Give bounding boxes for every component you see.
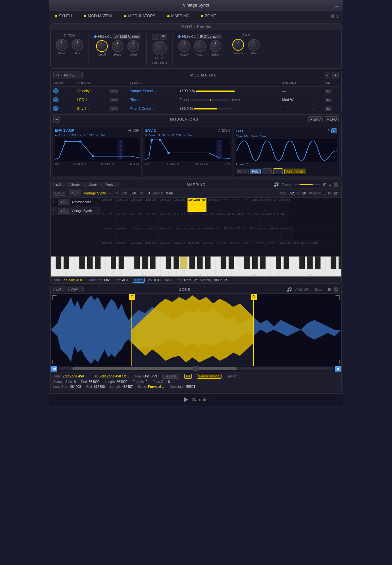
zone-395[interactable]: Zone 395 [246,212,260,226]
pan-knob[interactable] [248,39,260,51]
row2-power-btn[interactable] [53,97,58,102]
settings-button[interactable]: ⚙ ∨ [330,13,339,19]
group-m-btn[interactable]: M [69,190,75,196]
lfo1-mono-btn[interactable]: Mono [236,169,249,174]
zone-b3[interactable]: Zon e... [236,212,246,226]
close-playhead-btn[interactable]: ✕ [193,366,199,371]
zone-436[interactable]: Zone 436 [265,198,278,212]
zone-b2[interactable]: Zon e... [226,212,237,226]
lfo1-play-btn[interactable]: ▶ [331,128,337,133]
filter2-type[interactable]: HP 24dB Edgy [197,34,221,39]
zone-b1[interactable]: Zon e... [216,212,226,226]
zone-330[interactable]: Zon e 330 [229,226,242,241]
mapping-speaker-icon[interactable]: 🔊 [273,182,279,187]
zone-a1[interactable]: Zon e... [221,198,231,212]
reverse-btn[interactable]: Reverse [162,374,179,379]
pitch-btn[interactable]: Pitch [133,278,144,283]
zone-450[interactable]: Edit Zone 450 [188,198,207,212]
env1-type[interactable]: AHDSR [128,129,139,132]
lfo1-poly-btn[interactable]: Poly [250,169,261,174]
zone-314[interactable]: Zon e 314 [216,226,229,241]
zone-name-val[interactable]: Edit Zone 450 [62,374,84,378]
tune-knob[interactable] [56,39,68,51]
row3-power-btn[interactable] [53,106,58,111]
zone-edit-dropdown[interactable]: Edit ⌄ [53,287,67,292]
zone-100[interactable]: Zone 100 [116,198,130,212]
zone-283[interactable]: Zone 283 [202,212,216,226]
filter1-type[interactable]: LP 12dB Creamy [113,34,141,39]
modulators-minus-btn[interactable]: − [53,116,60,123]
zone-zoom-out-icon[interactable]: ⬛ [334,287,339,292]
nav-modulators[interactable]: MODULATORS [122,12,157,20]
zone-329[interactable]: Zon e 329 [229,241,242,255]
zone-file-val[interactable]: Edit Zone 450.caf [100,374,126,378]
row3-via-dropdown[interactable]: ⌄ [312,107,315,110]
nav-mod-matrix[interactable]: MOD MATRIX [82,12,115,20]
zone-179[interactable]: Zone 179 [159,212,173,226]
zone-180[interactable]: Zone 180 [159,198,173,212]
group-s-btn[interactable]: S [75,190,81,196]
blend-chain-btn[interactable]: ⛓ [160,34,167,40]
filter2-reso-knob[interactable] [194,40,206,52]
zone-218[interactable]: Zone 218 [173,226,188,241]
zone-282[interactable]: Zone 282 [202,226,216,241]
lfo1-retrig-btn[interactable] [262,168,272,174]
group1-m-btn[interactable]: M [58,199,64,205]
filter2-drive-knob[interactable] [210,40,221,52]
zone-398[interactable]: Zone 398 [251,198,265,212]
zone-66[interactable]: Zone 66 [101,226,116,241]
mapping-list-icon[interactable]: ≡ [329,182,331,187]
row1-target-arrow[interactable]: ⌄ [154,90,156,93]
filter-blend-knob[interactable] [153,41,167,55]
row1-inv-btn[interactable]: Inv [110,89,118,93]
snap-arrow[interactable]: ⌄ [310,288,313,291]
mapping-split-icon[interactable]: ⬛ [334,182,339,187]
zone-68[interactable]: Zone 68 [101,198,116,212]
filter-by-dropdown[interactable]: ⊙ Filter by... ⌄ [53,72,83,78]
filter1-reso-knob[interactable] [112,40,123,52]
zone-378[interactable]: Zone 378 [254,226,268,241]
mapping-group-dropdown[interactable]: Group ⌄ [68,182,86,187]
zone-217[interactable]: Zone 217 [173,241,188,255]
scroll-right-btn[interactable]: ▶ [335,366,341,372]
scroll-left-btn[interactable]: ◀ [51,366,57,372]
zone-178[interactable]: Zone 178 [159,226,173,241]
zone-465[interactable]: Zone 465 [306,241,319,255]
group2-s-btn[interactable]: S [64,208,70,214]
zone-433[interactable]: Zone 433 [292,241,306,255]
zone-435[interactable]: Zone 435 [260,212,273,226]
zone-view-dropdown[interactable]: View ⌄ [68,287,84,292]
details-button[interactable]: Details [197,25,210,29]
zone-177[interactable]: Zone 177 [159,241,173,255]
zone-249[interactable]: Zone 249 [188,241,202,255]
zone-154b[interactable]: Zone 154 [144,226,159,241]
row2-target-arrow[interactable]: ⌄ [139,98,141,102]
row1-source-arrow[interactable]: ⌄ [90,90,93,93]
row3-source-arrow[interactable]: ⌄ [88,107,90,110]
mapping-edit-dropdown[interactable]: Edit ⌄ [53,182,67,187]
zone-124[interactable]: Zone 124 [130,198,144,212]
zone-zoom-in-icon[interactable]: ⊞ [328,287,331,292]
row1-via-inv-btn[interactable]: Inv [325,89,332,93]
zone-313[interactable]: Zon e 313 [216,241,229,255]
close-button[interactable] [335,4,339,7]
scroll-thumb[interactable] [72,367,237,370]
nav-synth[interactable]: SYNTH [53,12,74,20]
zone-121[interactable]: Zone 121 [130,241,144,255]
pd-btn[interactable]: Pd [184,374,191,379]
zone-156[interactable]: Zone 156 [144,198,159,212]
zone-122[interactable]: Zone 122 [130,226,144,241]
blend-minus-btn[interactable]: — [152,34,159,40]
fine-knob[interactable] [72,39,83,51]
zone-466[interactable]: Zone 466 [273,212,286,226]
zoom-slider[interactable] [294,184,320,185]
lfo1-beat-btn[interactable] [273,168,283,174]
row3-inv-btn[interactable]: Inv [110,107,118,111]
filter1-drive-knob[interactable] [127,40,139,52]
lfo1-wave-icon[interactable]: ∿/r [324,129,330,133]
zone-edit-name[interactable]: Edit Zone 450 [62,278,82,282]
mod-matrix-minus-btn[interactable]: − [324,72,330,78]
zone-281[interactable]: Zone 281 [202,241,216,255]
zone-154[interactable]: Zone 154 [144,212,159,226]
row2-source-arrow[interactable]: ⌄ [88,98,91,102]
